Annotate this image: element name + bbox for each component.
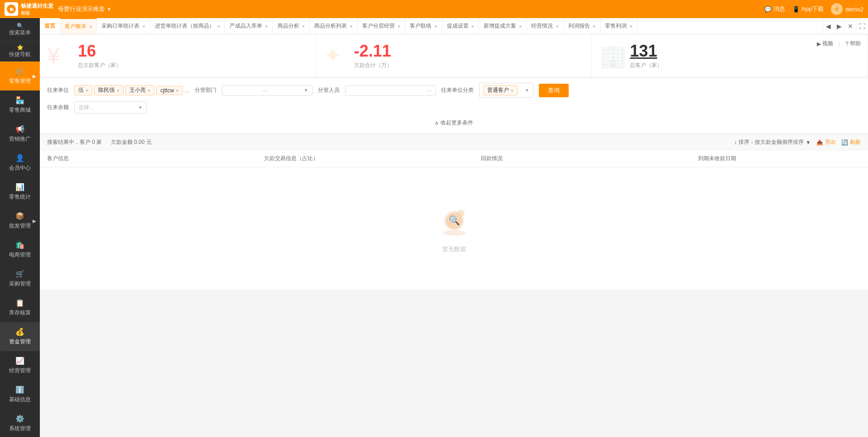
tab-close-goods-analysis-list[interactable]: × — [350, 24, 352, 29]
tab-close-retail-profit[interactable]: × — [629, 24, 632, 29]
tenant-name: 母婴行业演示账套 — [58, 5, 105, 13]
filter-tag-close-wu[interactable]: × — [86, 88, 88, 93]
product-inbound-tab-label: 产成品入库单 — [230, 22, 262, 30]
tab-commission-settings[interactable]: 提成设置 × — [442, 18, 479, 34]
tab-nav-left[interactable]: ◀ — [823, 18, 834, 34]
tab-close-product-inbound[interactable]: × — [265, 24, 268, 29]
tab-close-purchase-stats[interactable]: × — [142, 24, 145, 29]
sidebar-item-wholesale-mgmt[interactable]: 📦 批发管理 ▶ — [0, 206, 40, 235]
sidebar-item-inventory[interactable]: 📋 库存核算 — [0, 293, 40, 322]
tab-close-new-commission-plan[interactable]: × — [519, 24, 522, 29]
filter-person-select[interactable]: ··· — [345, 85, 436, 96]
chevron-right-icon: ▶ — [33, 74, 36, 79]
tab-nav-arrows: ◀ ▶ ✕ ⛶ — [823, 18, 868, 34]
avatar: d — [831, 3, 843, 15]
customer-segment-tab-label: 客户分层经营 — [362, 22, 395, 30]
table-header-due-date: 到期未收款日期 — [698, 155, 861, 162]
filter-tag-wu[interactable]: 伍 × — [74, 85, 92, 95]
tab-close-inbound-stats[interactable]: × — [217, 24, 220, 29]
video-btn[interactable]: ▶ 视频 — [817, 40, 833, 48]
tab-product-inbound[interactable]: 产成品入库单 × — [225, 18, 273, 34]
sidebar-item-ecom-mgmt[interactable]: 🛍️ 电商管理 — [0, 235, 40, 264]
tab-new-commission-plan[interactable]: 新增提成方案 × — [479, 18, 527, 34]
tenant-selector[interactable]: 母婴行业演示账套 ▼ — [53, 5, 116, 13]
dept-dropdown-icon: ▼ — [304, 88, 308, 93]
filter-tag-close-wang[interactable]: × — [148, 88, 150, 93]
user-avatar-btn[interactable]: d demo2 — [831, 3, 863, 15]
tab-ops-status[interactable]: 经营情况 × — [527, 18, 563, 34]
tab-close-profit-report[interactable]: × — [593, 24, 595, 29]
filter-category-tag[interactable]: 普通客户 × — [483, 85, 518, 95]
filter-tag-wang[interactable]: 王小亮 × — [125, 85, 154, 95]
sidebar-search[interactable]: 🔍 搜索菜单 — [0, 18, 40, 42]
help-btn[interactable]: ? 帮助 — [845, 40, 861, 48]
tab-close-goods-analysis[interactable]: × — [302, 24, 305, 29]
filter-remain-label: 往来余额 — [47, 104, 69, 111]
chevron-right-icon-2: ▶ — [33, 218, 36, 223]
tab-customer-contact[interactable]: 客户联络 × — [405, 18, 442, 34]
filter-tag-close-chen[interactable]: × — [116, 88, 119, 93]
sidebar-item-basic-info[interactable]: ℹ️ 基础信息 — [0, 380, 40, 409]
sidebar-item-purchase-mgmt[interactable]: 🛒 采购管理 — [0, 264, 40, 293]
tab-customer-segment[interactable]: 客户分层经营 × — [358, 18, 405, 34]
tab-inbound-stats[interactable]: 进货单统计表（按商品） × — [150, 18, 225, 34]
filter-person-label: 分管人员 — [318, 86, 340, 94]
sort-selector[interactable]: ↕ 排序：按欠款金额倒序排序 ▼ — [734, 138, 811, 146]
tab-close-commission-settings[interactable]: × — [471, 24, 474, 29]
tab-nav-close-all[interactable]: ✕ — [844, 18, 856, 34]
tab-close-customer-contact[interactable]: × — [434, 24, 437, 29]
results-text: 搜索结果中，客户 0 家 欠款金额 0.00 元 — [47, 138, 152, 146]
filter-remain-select[interactable]: 选择... ▼ — [74, 101, 147, 114]
filter-tag-close-category[interactable]: × — [511, 88, 513, 93]
tenant-dropdown-icon: ▼ — [107, 7, 111, 12]
tab-home[interactable]: 首页 — [40, 18, 60, 34]
filter-tag-close-cjttcw[interactable]: × — [176, 88, 178, 93]
filter-row-1: 往来单位 伍 × 陈民强 × 王小亮 — [47, 83, 861, 98]
messages-btn[interactable]: 💬 消息 — [764, 5, 785, 13]
stat-icon-1: ¥ — [47, 43, 60, 69]
filter-tag-chen[interactable]: 陈民强 × — [94, 85, 123, 95]
app-download-btn[interactable]: 📱 App下载 — [792, 5, 824, 13]
tab-goods-analysis[interactable]: 商品分析 × — [273, 18, 310, 34]
sidebar-item-retail-mgmt[interactable]: 🛒 零售管理 ▶ — [0, 62, 40, 90]
refresh-btn[interactable]: 🔄 刷新 — [841, 138, 861, 146]
export-btn[interactable]: 📤 导出 — [816, 138, 836, 146]
sidebar-item-capital-mgmt[interactable]: 💰 资金管理 — [0, 322, 40, 351]
stat-overdue-customers: ¥ 16 总欠款客户（家） — [40, 34, 316, 76]
filter-collapse: ∧ 收起更多条件 — [47, 117, 861, 128]
tab-profit-report[interactable]: 利润报告 × — [564, 18, 600, 34]
query-button[interactable]: 查询 — [539, 84, 569, 97]
sidebar-quick-nav[interactable]: ⭐ 快捷导航 — [0, 42, 40, 62]
page-top-actions: ▶ 视频 | ? 帮助 — [817, 40, 861, 48]
tab-purchase-stats[interactable]: 采购订单统计表 × — [97, 18, 150, 34]
tab-goods-analysis-list[interactable]: 商品分析列表 × — [310, 18, 357, 34]
filter-category-select[interactable]: 普通客户 × ▼ — [479, 83, 533, 98]
svg-point-6 — [457, 210, 465, 217]
tab-nav-maximize[interactable]: ⛶ — [856, 18, 868, 34]
tab-close-ops-status[interactable]: × — [556, 24, 558, 29]
filter-tag-cjttcw[interactable]: cjttcw × — [156, 86, 182, 95]
svg-point-2 — [443, 230, 465, 236]
logo: 畅 畅捷通好生意 标版 — [5, 2, 53, 16]
collapse-btn[interactable]: ∧ 收起更多条件 — [435, 119, 473, 127]
sidebar-item-sys-mgmt[interactable]: ⚙️ 系统管理 — [0, 409, 40, 437]
filter-dept-select[interactable]: ··· ▼ — [222, 85, 312, 96]
stat-label-total-customers: 总客户（家） — [630, 62, 662, 69]
tab-close-customer-book[interactable]: × — [89, 24, 92, 29]
sidebar-item-ops-mgmt[interactable]: 📈 经营管理 — [0, 351, 40, 380]
tab-nav-right[interactable]: ▶ — [834, 18, 844, 34]
sidebar-item-marketing[interactable]: 📢 营销推广 — [0, 119, 40, 148]
filter-unit-label: 往来单位 — [47, 86, 69, 94]
tab-customer-book[interactable]: 客户账本 × — [60, 18, 97, 34]
tab-retail-profit[interactable]: 零售利润 × — [600, 18, 637, 34]
sort-dropdown-icon: ▼ — [806, 139, 811, 146]
filter-more-btn[interactable]: ... — [185, 87, 189, 94]
sidebar-item-member-center[interactable]: 👤 会员中心 — [0, 148, 40, 177]
tab-close-customer-segment[interactable]: × — [398, 24, 400, 29]
filter-unit-tags: 伍 × 陈民强 × 王小亮 × — [74, 85, 189, 95]
home-tab-label: 首页 — [44, 22, 55, 30]
goods-analysis-tab-label: 商品分析 — [278, 22, 299, 30]
sidebar-item-retail-stats[interactable]: 📊 零售统计 — [0, 177, 40, 206]
top-bar: 畅 畅捷通好生意 标版 母婴行业演示账套 ▼ 💬 消息 📱 App下载 d — [0, 0, 868, 18]
sidebar-item-retail-mall[interactable]: 🏪 零售商城 — [0, 90, 40, 119]
